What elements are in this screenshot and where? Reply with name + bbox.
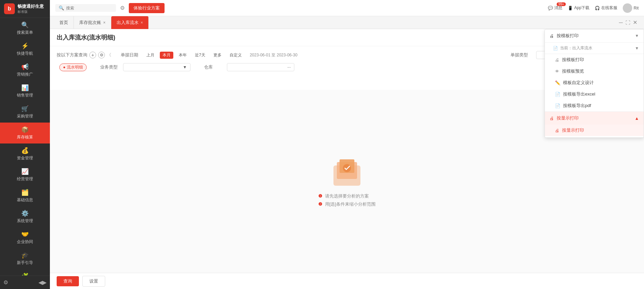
template-preview-item[interactable]: 👁 按模板预览 [545, 65, 644, 77]
sidebar-item-label: 销售管理 [17, 93, 33, 98]
sidebar-item-operation[interactable]: 📈 经营管理 [0, 164, 50, 185]
sidebar-scroll: 🔍 搜索菜单 ⚡ 快捷导航 📢 营销推广 📊 销售管理 🛒 采购管理 📦 库存核… [0, 18, 50, 275]
eye-icon: 👁 [555, 69, 559, 74]
printer-icon: 🖨 [550, 33, 554, 38]
sidebar-item-app-center[interactable]: 🧩 应用中心 [0, 269, 50, 275]
sidebar-item-label: 系统管理 [17, 218, 33, 224]
template-print-section: 🖨 按模板打印 ▼ 📄 当前：出入库流水 ▼ 🖨 [545, 29, 644, 112]
sidebar-item-label: 基础信息 [17, 197, 33, 203]
topbar-actions: 💬 消息 99+ 📱 App下载 🎧 在线客服 Rit [548, 3, 639, 13]
chevron-down-icon: ▼ [635, 33, 639, 38]
business-type-label: 业务类型 [100, 64, 120, 70]
printer-active-icon: 🖨 [550, 116, 554, 121]
megaphone-icon: 📢 [21, 63, 29, 71]
search-input[interactable] [66, 6, 107, 10]
filter-add-button[interactable]: + [89, 52, 96, 58]
template-print-header[interactable]: 🖨 按模板打印 ▼ [545, 29, 644, 43]
date-tab-this-month[interactable]: 本月 [160, 52, 173, 59]
date-tabs: 上月 本月 本年 近7天 更多 自定义 2023-06-01 至 2023-06… [144, 52, 297, 59]
query-button[interactable]: 查询 [57, 276, 79, 286]
footer-settings-icon[interactable]: ⚙ [3, 279, 8, 286]
empty-hint-1: ❶ 请先选择要分析的方案 [318, 193, 369, 199]
display-print-header[interactable]: 🖨 按显示打印 ▲ [545, 112, 644, 125]
chart-icon: 📊 [21, 84, 29, 91]
filter-collapse-icon[interactable]: 《 [107, 52, 111, 58]
tab-home[interactable]: 首页 [54, 16, 74, 29]
topbar-gear-icon[interactable]: ⚙ [120, 5, 125, 11]
sidebar-item-label: 快捷导航 [17, 51, 33, 56]
print-dropdown-panel: 🖨 按模板打印 ▼ 📄 当前：出入库流水 ▼ 🖨 [545, 29, 644, 138]
template-export-excel-item[interactable]: 📄 按模板导出excel [545, 88, 644, 100]
sidebar-item-sales[interactable]: 📊 销售管理 [0, 81, 50, 102]
document-icon: 📄 [553, 46, 558, 51]
tab-close-batch[interactable]: × [103, 20, 106, 25]
template-export-pdf-item[interactable]: 📄 按模板导出pdf [545, 100, 644, 111]
content-area: 出入库流水(流水明细) 🖨 按模板打印 ▲ ⬆ 导出 🔄 刷新 [50, 29, 644, 289]
sidebar-item-label: 采购管理 [17, 113, 33, 119]
date-tab-7days[interactable]: 近7天 [192, 52, 208, 59]
date-tab-more[interactable]: 更多 [211, 52, 224, 59]
search-icon: 🔍 [21, 21, 29, 29]
date-tab-last-month[interactable]: 上月 [144, 52, 157, 59]
tab-batch-account[interactable]: 库存批次账 × [74, 16, 111, 29]
tab-close-inout[interactable]: × [141, 20, 143, 25]
sidebar-footer: ⚙ ◀▶ [0, 275, 50, 289]
sidebar-item-system[interactable]: ⚙️ 系统管理 [0, 206, 50, 227]
user-avatar[interactable]: Rit [623, 3, 639, 13]
tab-maximize-icon[interactable]: ⛶ [625, 20, 630, 25]
display-preview-item[interactable]: 👁 按显示预览 [545, 136, 644, 137]
cart-icon: 🛒 [21, 105, 29, 112]
page-title: 出入库流水(流水明细) [57, 33, 115, 46]
message-badge: 99+ [557, 2, 566, 6]
sidebar-item-finance[interactable]: 💰 资金管理 [0, 143, 50, 164]
pdf-icon: 📄 [555, 103, 560, 108]
current-template-item: 📄 当前：出入库流水 ▼ [545, 43, 644, 54]
phone-icon: 📱 [568, 6, 573, 10]
warehouse-select[interactable]: ··· [227, 63, 294, 71]
empty-illustration [327, 155, 367, 189]
sidebar-item-beginner[interactable]: 🎓 新手引导 [0, 248, 50, 269]
sidebar-item-inventory[interactable]: 📦 库存核算 [0, 123, 50, 143]
logo-text: 畅捷通好生意 标准版 [18, 4, 44, 14]
filter-setting-button[interactable]: ⚙ [98, 52, 105, 58]
active-filter-tag[interactable]: ● 流水明细 [59, 63, 87, 71]
trial-button[interactable]: 体验行业方案 [129, 3, 165, 13]
tab-minimize-icon[interactable]: ─ [619, 20, 623, 26]
message-button[interactable]: 💬 消息 99+ [548, 5, 562, 11]
chevron-down-icon: ▼ [183, 65, 187, 70]
search-icon: 🔍 [59, 5, 64, 10]
main-area: 🔍 ⚙ 体验行业方案 💬 消息 99+ 📱 App下载 🎧 在线客服 Rit [50, 0, 644, 289]
tab-close-window-icon[interactable]: ✕ [633, 19, 637, 26]
sidebar-item-purchase[interactable]: 🛒 采购管理 [0, 102, 50, 123]
sidebar-item-marketing[interactable]: 📢 营销推广 [0, 60, 50, 81]
edit-icon: ✏️ [555, 80, 560, 85]
excel-icon: 📄 [555, 92, 560, 97]
business-type-select[interactable]: ▼ [123, 63, 191, 71]
sidebar-item-cooperation[interactable]: 🤝 企业协同 [0, 227, 50, 248]
template-print-item[interactable]: 🖨 按模板打印 [545, 54, 644, 65]
tab-inout-flow[interactable]: 出入库流水 × [111, 16, 149, 29]
empty-hint-2: ❷ 用[选]条件来缩小分析范围 [318, 201, 376, 207]
filter-tag-icon: ● [63, 65, 65, 70]
date-tab-this-year[interactable]: 本年 [176, 52, 189, 59]
sidebar-item-quick-nav[interactable]: ⚡ 快捷导航 [0, 39, 50, 60]
sidebar-item-basic[interactable]: 🗂️ 基础信息 [0, 185, 50, 206]
date-tab-custom[interactable]: 自定义 [227, 52, 244, 59]
warehouse-label: 仓库 [204, 64, 224, 70]
topbar: 🔍 ⚙ 体验行业方案 💬 消息 99+ 📱 App下载 🎧 在线客服 Rit [50, 0, 644, 16]
message-icon: 💬 [548, 6, 553, 10]
sidebar-item-search[interactable]: 🔍 搜索菜单 [0, 18, 50, 39]
online-service-button[interactable]: 🎧 在线客服 [595, 5, 617, 11]
topbar-search-box[interactable]: 🔍 [55, 4, 116, 12]
money-icon: 💰 [21, 147, 29, 154]
template-custom-design-item[interactable]: ✏️ 模板自定义设计 [545, 77, 644, 88]
sidebar-item-label: 新手引导 [17, 260, 33, 266]
footer-collapse-icon[interactable]: ◀▶ [38, 279, 47, 286]
gear-icon: ⚙️ [21, 210, 29, 217]
setting-button[interactable]: 设置 [82, 276, 105, 287]
display-print-item[interactable]: 🖨 按显示打印 [545, 125, 644, 136]
trend-icon: 📈 [21, 168, 29, 175]
app-download-button[interactable]: 📱 App下载 [568, 5, 589, 11]
handshake-icon: 🤝 [21, 231, 29, 238]
ellipsis-icon: ··· [287, 65, 291, 70]
